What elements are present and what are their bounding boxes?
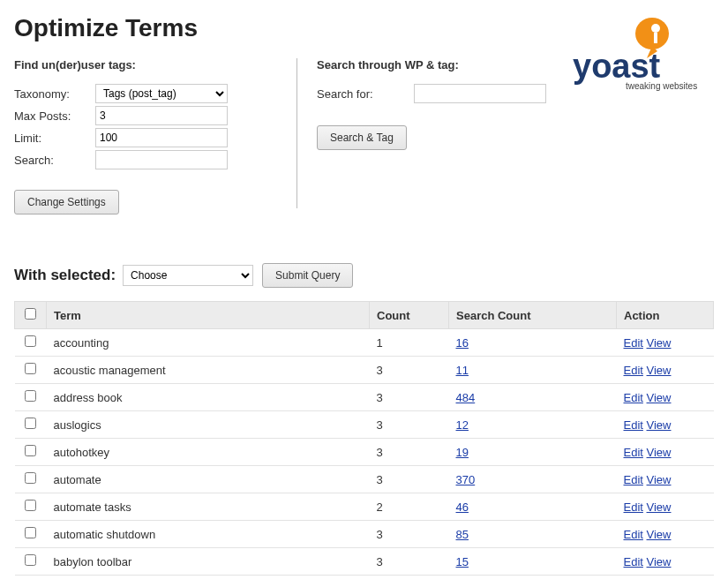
row-checkbox[interactable] xyxy=(25,500,36,511)
change-settings-button[interactable]: Change Settings xyxy=(14,190,119,214)
select-all-checkbox[interactable] xyxy=(25,308,36,320)
search-count-cell: 19 xyxy=(449,439,617,466)
yoast-logo: yoast tweaking websites xyxy=(564,16,714,94)
row-checkbox[interactable] xyxy=(25,363,36,374)
term-cell: babylon toolbar xyxy=(47,548,370,576)
action-cell: Edit View xyxy=(617,548,714,576)
search-count-link[interactable]: 484 xyxy=(456,391,476,404)
search-count-link[interactable]: 370 xyxy=(456,473,476,486)
action-cell: Edit View xyxy=(617,329,714,357)
row-checkbox[interactable] xyxy=(25,472,36,484)
yoast-logo-icon: yoast tweaking websites xyxy=(564,16,714,94)
count-cell: 3 xyxy=(370,466,449,493)
edit-link[interactable]: Edit xyxy=(624,528,643,541)
search-count-link[interactable]: 19 xyxy=(456,446,469,459)
bulk-label: With selected: xyxy=(14,267,116,284)
search-count-cell: 370 xyxy=(449,466,617,493)
table-row: address book3484Edit View xyxy=(15,384,714,411)
header-search-count: Search Count xyxy=(449,302,617,329)
row-checkbox-cell xyxy=(15,384,47,411)
row-checkbox-cell xyxy=(15,411,47,439)
count-cell: 3 xyxy=(370,384,449,411)
search-for-label: Search for: xyxy=(317,87,414,101)
search-count-cell: 12 xyxy=(449,411,617,439)
term-cell: address book xyxy=(47,384,370,411)
view-link[interactable]: View xyxy=(647,528,672,541)
view-link[interactable]: View xyxy=(647,500,672,514)
table-row: automate tasks246Edit View xyxy=(15,493,714,521)
row-checkbox[interactable] xyxy=(25,445,36,456)
search-count-link[interactable]: 16 xyxy=(456,336,469,350)
svg-rect-2 xyxy=(654,33,657,43)
count-cell: 3 xyxy=(370,357,449,384)
search-tag-title: Search through WP & tag: xyxy=(317,58,570,71)
svg-text:tweaking websites: tweaking websites xyxy=(626,81,697,91)
find-tags-title: Find un(der)user tags: xyxy=(14,58,279,71)
term-cell: autohotkey xyxy=(47,439,370,466)
limit-label: Limit: xyxy=(14,132,95,145)
search-input[interactable] xyxy=(95,150,228,169)
edit-link[interactable]: Edit xyxy=(624,418,643,432)
search-tag-button[interactable]: Search & Tag xyxy=(317,125,407,150)
row-checkbox[interactable] xyxy=(25,335,36,347)
row-checkbox-cell xyxy=(15,521,47,548)
term-cell: auslogics xyxy=(47,411,370,439)
bulk-select[interactable]: Choose xyxy=(123,265,253,286)
svg-point-1 xyxy=(651,24,660,33)
edit-link[interactable]: Edit xyxy=(624,391,643,404)
action-cell: Edit View xyxy=(617,439,714,466)
term-cell: automatic shutdown xyxy=(47,521,370,548)
row-checkbox-cell xyxy=(15,357,47,384)
search-count-cell: 484 xyxy=(449,384,617,411)
header-count: Count xyxy=(370,302,449,329)
term-cell: automate xyxy=(47,466,370,493)
search-count-link[interactable]: 15 xyxy=(456,555,469,568)
table-row: automatic shutdown385Edit View xyxy=(15,521,714,548)
count-cell: 2 xyxy=(370,493,449,521)
limit-input[interactable] xyxy=(95,128,228,147)
view-link[interactable]: View xyxy=(647,418,672,432)
taxonomy-label: Taxonomy: xyxy=(14,87,95,101)
svg-point-0 xyxy=(635,18,669,49)
view-link[interactable]: View xyxy=(647,364,672,377)
edit-link[interactable]: Edit xyxy=(624,446,643,459)
bulk-action-row: With selected: Choose Submit Query xyxy=(14,263,714,288)
view-link[interactable]: View xyxy=(647,336,672,350)
view-link[interactable]: View xyxy=(647,473,672,486)
settings-panels: Find un(der)user tags: Taxonomy: Tags (p… xyxy=(14,58,714,214)
search-count-cell: 11 xyxy=(449,357,617,384)
edit-link[interactable]: Edit xyxy=(624,364,643,377)
search-count-cell: 15 xyxy=(449,548,617,576)
max-posts-input[interactable] xyxy=(95,106,228,125)
search-for-input[interactable] xyxy=(414,84,546,103)
row-checkbox-cell xyxy=(15,466,47,493)
search-count-link[interactable]: 85 xyxy=(456,528,469,541)
row-checkbox-cell xyxy=(15,329,47,357)
row-checkbox[interactable] xyxy=(25,554,36,566)
row-checkbox[interactable] xyxy=(25,418,36,429)
view-link[interactable]: View xyxy=(647,555,672,568)
search-count-cell: 85 xyxy=(449,521,617,548)
table-row: acoustic management311Edit View xyxy=(15,357,714,384)
edit-link[interactable]: Edit xyxy=(624,555,643,568)
table-row: auslogics312Edit View xyxy=(15,411,714,439)
search-label: Search: xyxy=(14,154,95,167)
row-checkbox-cell xyxy=(15,548,47,576)
search-count-link[interactable]: 46 xyxy=(456,500,469,514)
row-checkbox[interactable] xyxy=(25,390,36,402)
row-checkbox[interactable] xyxy=(25,527,36,538)
search-tag-panel: Search through WP & tag: Search for: Sea… xyxy=(296,58,570,208)
count-cell: 3 xyxy=(370,439,449,466)
edit-link[interactable]: Edit xyxy=(624,500,643,514)
view-link[interactable]: View xyxy=(647,391,672,404)
term-cell: acoustic management xyxy=(47,357,370,384)
search-count-link[interactable]: 12 xyxy=(456,418,469,432)
taxonomy-select[interactable]: Tags (post_tag) xyxy=(95,84,228,103)
edit-link[interactable]: Edit xyxy=(624,473,643,486)
submit-query-button[interactable]: Submit Query xyxy=(262,263,353,288)
edit-link[interactable]: Edit xyxy=(624,336,643,350)
count-cell: 3 xyxy=(370,521,449,548)
table-row: accounting116Edit View xyxy=(15,329,714,357)
view-link[interactable]: View xyxy=(647,446,672,459)
search-count-link[interactable]: 11 xyxy=(456,364,469,377)
